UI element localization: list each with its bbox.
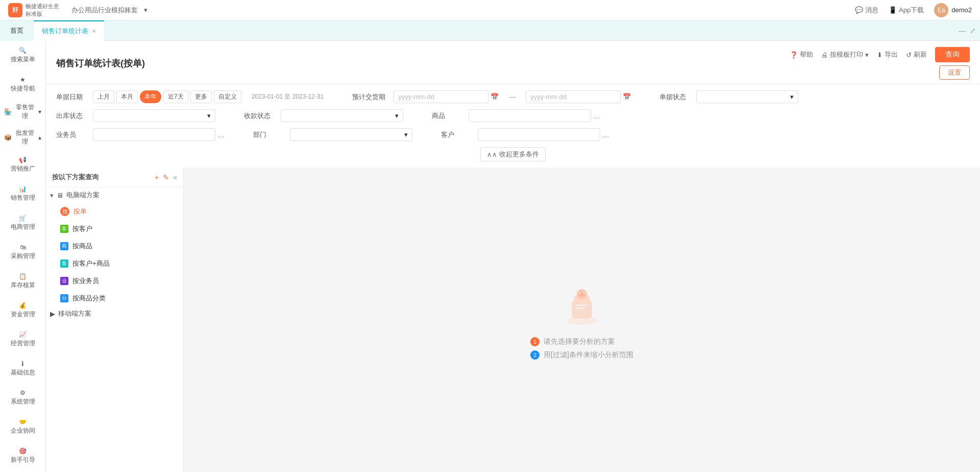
filter-collapse-row: ∧∧ 收起更多条件 [56,147,970,161]
customer-input-wrapper: … [478,128,609,141]
sidebar-item-collab[interactable]: 🤝 企业协同 [0,412,45,441]
sidebar-item-wholesale[interactable]: 📦 批发管理 ▴ [0,125,45,150]
empty-hint-1: 1 请先选择要分析的方案 [530,337,633,346]
calendar-from-icon[interactable]: 📅 [491,93,499,101]
expected-date-from-input[interactable] [394,90,488,103]
hint-num-1: 1 [530,337,540,346]
retail-arrow-icon: ▾ [38,108,41,115]
collapse-button[interactable]: ∧∧ 收起更多条件 [480,147,546,161]
user-area[interactable]: Ea demo2 [934,3,972,17]
collapse-panel-icon[interactable]: « [173,173,177,181]
print-button[interactable]: 🖨 按模板打印 ▾ [821,50,869,59]
wholesale-icon: 📦 [4,134,12,141]
calendar-to-icon[interactable]: 📅 [623,93,631,101]
customer-input[interactable] [478,128,600,141]
tab-minimize-icon[interactable]: — [959,27,966,35]
sidebar: 🔍 搜索菜单 ★ 快捷导航 🏪 零售管理 ▾ 📦 批发管理 ▴ 📢 营销推广 📊… [0,41,46,472]
settings-button[interactable]: 设置 [939,65,970,80]
left-panel: 按以下方案查询 + ✎ « ▾ 🖥 电脑端方案 按 按 [46,168,184,472]
scheme-item-by-salesperson[interactable]: 业 按业务员 [52,272,183,290]
scheme-item-by-customer[interactable]: 客 按客户 [52,220,183,238]
sidebar-item-search[interactable]: 🔍 搜索菜单 [0,41,45,70]
avatar: Ea [934,3,948,17]
salesperson-input-wrapper: … [93,128,225,141]
active-tab-label: 销售订单统计表 [42,27,88,36]
date-btn-last-month[interactable]: 上月 [93,90,114,103]
scheme-item-by-goods[interactable]: 商 按商品 [52,238,183,255]
sidebar-item-inventory[interactable]: 📋 库存核算 [0,267,45,296]
sidebar-item-sales[interactable]: 📊 销售管理 [0,179,45,208]
date-btn-custom[interactable]: 自定义 [214,90,241,103]
message-button[interactable]: 💬 消息 [855,6,878,15]
scheme-icon-order: 按 [60,207,69,216]
tree-children: 按 按单 客 按客户 商 按商品 客 [46,203,183,307]
filter-row-status: 出库状态 ▾ 收款状态 ▾ 商品 … [56,109,970,122]
tab-expand-icon[interactable]: ⤢ [970,27,976,35]
marketing-icon: 📢 [19,156,27,163]
tab-close-icon[interactable]: × [92,28,96,35]
add-scheme-icon[interactable]: + [155,173,159,181]
date-range-text: 2023-01-01 至 2023-12-31 [252,92,324,101]
scheme-icon-goods-category: 分 [60,294,68,302]
delivery-status-select[interactable]: ▾ [93,109,215,122]
expected-date-to-input[interactable] [526,90,621,103]
customer-more-icon[interactable]: … [602,131,609,139]
filter-row-date: 单据日期 上月 本月 本年 近7天 更多 自定义 2023-01-01 至 20… [56,90,970,103]
sidebar-item-finance[interactable]: 💰 资金管理 [0,296,45,325]
edit-scheme-icon[interactable]: ✎ [163,173,169,181]
query-button[interactable]: 查询 [935,47,970,62]
help-button[interactable]: ❓ 帮助 [790,50,813,59]
goods-more-icon[interactable]: … [593,112,600,120]
department-select[interactable]: ▾ [290,128,412,141]
sidebar-item-ecom[interactable]: 🛒 电商管理 [0,208,45,238]
tab-active[interactable]: 销售订单统计表 × [34,20,104,41]
sidebar-item-guide[interactable]: 🎯 新手引导 [0,441,45,470]
tab-bar-actions: — ⤢ [959,27,980,35]
sidebar-item-system[interactable]: ⚙ 系统管理 [0,383,45,412]
tree-expand-arrow: ▾ [50,192,54,199]
collab-icon: 🤝 [19,418,27,426]
top-bar-dropdown-icon[interactable]: ▾ [144,6,148,14]
empty-hints: 1 请先选择要分析的方案 2 用[过滤]条件来缩小分析范围 [530,337,633,360]
sidebar-item-marketing[interactable]: 📢 营销推广 [0,150,45,179]
message-icon: 💬 [855,6,863,14]
scheme-icon-goods: 商 [60,242,68,250]
svg-point-6 [583,293,585,294]
sidebar-item-retail[interactable]: 🏪 零售管理 ▾ [0,99,45,125]
hint-num-2: 2 [530,350,540,360]
goods-input[interactable] [469,109,591,122]
sidebar-item-operations[interactable]: 📈 经营管理 [0,325,45,354]
bill-status-select[interactable]: ▾ [696,90,798,103]
refresh-button[interactable]: ↺ 刷新 [906,50,927,59]
date-btn-this-month[interactable]: 本月 [116,90,138,103]
bill-status-label: 单据状态 [659,92,688,102]
sidebar-item-basic-info[interactable]: ℹ 基础信息 [0,354,45,383]
salesperson-input[interactable] [93,128,215,141]
tree-mobile-section[interactable]: ▶ 移动端方案 [46,307,183,320]
date-btn-7days[interactable]: 近7天 [163,90,188,103]
scheme-item-by-customer-goods[interactable]: 客 按客户+商品 [52,255,183,272]
payment-status-arrow: ▾ [395,112,399,120]
finance-icon: 💰 [19,302,27,309]
app-download-button[interactable]: 📱 App下载 [889,6,924,15]
purchase-icon: 🛍 [20,244,26,251]
tree-desktop-section[interactable]: ▾ 🖥 电脑端方案 [46,187,183,203]
print-icon: 🖨 [821,51,828,59]
sales-icon: 📊 [19,185,27,193]
payment-status-select[interactable]: ▾ [281,109,403,122]
scheme-item-by-order[interactable]: 按 按单 [52,203,183,220]
date-btn-more[interactable]: 更多 [190,90,212,103]
sidebar-item-purchase[interactable]: 🛍 采购管理 [0,238,45,267]
sidebar-item-quicknav[interactable]: ★ 快捷导航 [0,70,45,99]
ecom-icon: 🛒 [19,215,27,222]
scheme-item-by-goods-category[interactable]: 分 按商品分类 [52,290,183,307]
tab-home[interactable]: 首页 [0,20,34,41]
salesperson-more-icon[interactable]: … [217,131,225,139]
app-download-icon: 📱 [889,6,897,14]
export-button[interactable]: ⬇ 导出 [877,50,898,59]
goods-input-wrapper: … [469,109,600,122]
username-label: demo2 [951,6,972,14]
top-bar-title: 办公用品行业模拟账套 [71,6,138,15]
date-btn-this-year[interactable]: 本年 [140,90,161,103]
salesperson-label: 业务员 [56,130,85,139]
